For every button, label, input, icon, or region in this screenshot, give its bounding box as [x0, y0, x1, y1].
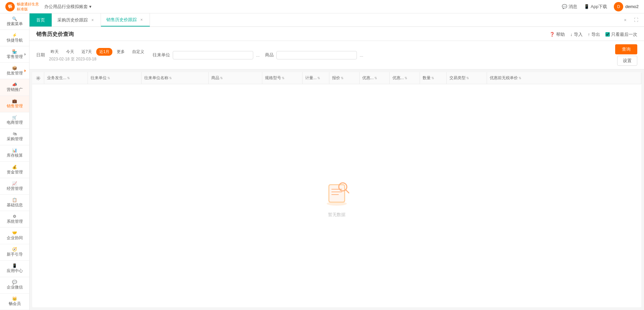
app-download-action[interactable]: 📱 App下载: [584, 4, 607, 10]
marketing-icon: 📣: [12, 82, 17, 87]
tab-home[interactable]: 首页: [30, 13, 52, 27]
unit-filter-group: 往来单位 ...: [153, 51, 260, 59]
th-discount2[interactable]: 优惠... ⇅: [390, 72, 420, 84]
date-btn-yesterday[interactable]: 昨天: [48, 48, 62, 56]
sort-icon-trade: ⇅: [466, 76, 469, 80]
th-calc[interactable]: 计量... ⇅: [303, 72, 329, 84]
sidebar-item-ecom[interactable]: 🛒 电商管理: [0, 112, 29, 129]
th-unit-name[interactable]: 往来单位名称 ⇅: [142, 72, 209, 84]
th-qty[interactable]: 数量 ⇅: [420, 72, 447, 84]
th-settings[interactable]: [32, 72, 44, 84]
inventory-icon: 📊: [12, 148, 17, 153]
sidebar-item-search[interactable]: 🔍 搜索菜单: [0, 13, 29, 30]
goods-label: 商品: [265, 52, 274, 58]
sidebar-item-wechat[interactable]: 💬 企业微信: [0, 277, 29, 294]
sidebar-item-retail[interactable]: 🏪 零售管理: [0, 46, 29, 63]
th-spec[interactable]: 规格型号 ⇅: [262, 72, 303, 84]
only-last-checkbox[interactable]: [605, 32, 610, 37]
tab-sales-close[interactable]: ×: [139, 17, 144, 22]
chevron-down-icon: ▾: [89, 4, 92, 9]
sidebar-item-marketing[interactable]: 📣 营销推广: [0, 79, 29, 96]
sidebar-item-sales-mgmt[interactable]: 💼 销售管理: [0, 96, 29, 112]
sidebar-item-enterprise[interactable]: 🤝 企业协同: [0, 227, 29, 244]
sort-icon-unit: ⇅: [107, 76, 110, 80]
system-icon: ⚙: [13, 214, 16, 219]
unit-input[interactable]: [173, 51, 253, 59]
sort-icon-discount2: ⇅: [405, 76, 407, 80]
sidebar-item-operations[interactable]: 📈 经营管理: [0, 178, 29, 195]
th-price[interactable]: 报价 ⇅: [329, 72, 360, 84]
th-discount1[interactable]: 优惠... ⇅: [360, 72, 390, 84]
import-icon: ↓: [570, 32, 573, 37]
user-area[interactable]: D demo2: [614, 2, 639, 11]
main-layout: 🔍 搜索菜单 ⚡ 快捷导航 🏪 零售管理 📦 批发管理 📣 营销推广 💼 销售管…: [0, 13, 644, 310]
th-goods[interactable]: 商品 ⇅: [209, 72, 262, 84]
purchase-icon: 🛍: [13, 132, 17, 136]
goods-input[interactable]: [276, 51, 357, 59]
tab-expand-btn[interactable]: ⛶: [632, 16, 640, 24]
page-title: 销售历史价查询: [36, 31, 74, 38]
retail-icon: 🏪: [12, 49, 17, 54]
settings-button[interactable]: 设置: [617, 56, 637, 66]
sidebar-item-appstore[interactable]: 📱 应用中心: [0, 261, 29, 277]
finance-icon: 💰: [12, 165, 17, 169]
content-area: 首页 采购历史价跟踪 × 销售历史价跟踪 × × ⛶ 销售历史价查询: [30, 13, 644, 310]
date-btn-today[interactable]: 今天: [63, 48, 77, 56]
guide-icon: 🧭: [12, 247, 17, 252]
app-selector[interactable]: 办公用品行业模拟账套 ▾: [42, 2, 94, 11]
tab-sales[interactable]: 销售历史价跟踪 ×: [101, 13, 150, 27]
date-btn-1month[interactable]: 近1月: [96, 48, 113, 56]
tab-close-all-btn[interactable]: ×: [621, 16, 629, 24]
member-icon: 👑: [12, 296, 17, 301]
table-area: 业务发生... ⇅ 往来单位 ⇅ 往来单位名称 ⇅ 商品 ⇅: [32, 72, 641, 307]
ecom-icon: 🛒: [12, 115, 17, 120]
message-action[interactable]: 💬 消息: [562, 4, 577, 10]
sidebar-item-finance[interactable]: 💰 资金管理: [0, 162, 29, 178]
export-icon: ↑: [588, 32, 590, 37]
sidebar-item-shortcut[interactable]: ⚡ 快捷导航: [0, 30, 29, 46]
th-trade[interactable]: 交易类型 ⇅: [447, 72, 487, 84]
th-date[interactable]: 业务发生... ⇅: [44, 72, 88, 84]
empty-text: 暂无数据: [328, 212, 345, 218]
date-filter-group: 日期 昨天 今天 近7天 近1月 更多 自定义 2023-02-18 至 202…: [36, 48, 147, 62]
wechat-icon: 💬: [12, 280, 17, 285]
export-btn[interactable]: ↑ 导出: [588, 32, 600, 38]
page-header: 销售历史价查询 ❓ 帮助 ↓ 导入 ↑ 导出: [30, 27, 644, 41]
sales-icon: 💼: [12, 99, 17, 103]
th-notax[interactable]: 优惠前无税单价 ⇅: [487, 72, 641, 84]
filter-bar: 日期 昨天 今天 近7天 近1月 更多 自定义 2023-02-18 至 202…: [30, 41, 644, 69]
sort-icon-unit-name: ⇅: [169, 76, 172, 80]
tab-purchase-close[interactable]: ×: [90, 17, 95, 23]
sidebar-item-wholesale[interactable]: 📦 批发管理: [0, 63, 29, 79]
sort-icon-date: ⇅: [67, 76, 70, 80]
sidebar-item-member[interactable]: 👑 畅会员: [0, 294, 29, 310]
date-btn-7days[interactable]: 近7天: [78, 48, 95, 56]
tab-purchase[interactable]: 采购历史价跟踪 ×: [52, 13, 101, 27]
goods-dots-btn[interactable]: ...: [360, 53, 363, 58]
appstore-icon: 📱: [12, 263, 17, 268]
top-bar-left: 畅 畅捷通好生意 标准版 办公用品行业模拟账套 ▾: [5, 2, 94, 11]
search-icon: 🔍: [12, 16, 17, 21]
sidebar-item-guide[interactable]: 🧭 新手引导: [0, 244, 29, 261]
help-btn[interactable]: ❓ 帮助: [549, 32, 565, 38]
operations-icon: 📈: [12, 181, 17, 186]
sidebar-item-system[interactable]: ⚙ 系统管理: [0, 211, 29, 227]
svg-rect-3: [329, 185, 344, 202]
sidebar-item-inventory[interactable]: 📊 库存核算: [0, 145, 29, 162]
date-btn-custom[interactable]: 自定义: [129, 48, 147, 56]
table-header: 业务发生... ⇅ 往来单位 ⇅ 往来单位名称 ⇅ 商品 ⇅: [32, 72, 641, 84]
message-icon: 💬: [562, 4, 567, 9]
only-last-checkbox-label[interactable]: 只看最后一次: [605, 32, 637, 38]
sidebar-item-purchase[interactable]: 🛍 采购管理: [0, 129, 29, 145]
search-button[interactable]: 查询: [615, 44, 637, 54]
sort-icon-goods: ⇅: [220, 76, 223, 80]
unit-dots-btn[interactable]: ...: [256, 53, 260, 58]
sidebar-item-basic[interactable]: 📋 基础信息: [0, 195, 29, 211]
wholesale-icon: 📦: [12, 66, 17, 70]
sort-icon-qty: ⇅: [431, 76, 434, 80]
import-btn[interactable]: ↓ 导入: [570, 32, 583, 38]
date-btn-more[interactable]: 更多: [114, 48, 128, 56]
sort-icon-calc: ⇅: [317, 76, 320, 80]
avatar: D: [614, 2, 623, 11]
th-unit[interactable]: 往来单位 ⇅: [88, 72, 142, 84]
